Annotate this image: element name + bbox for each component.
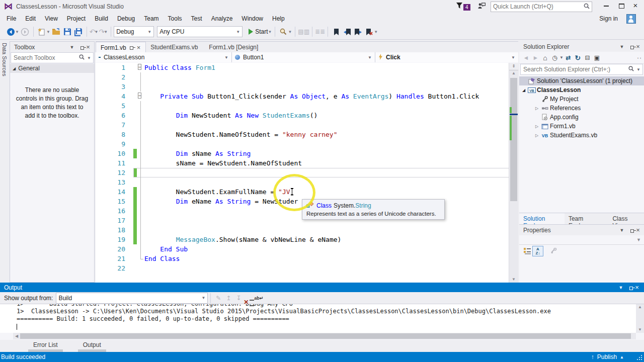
search-icon[interactable] (628, 65, 634, 73)
editor-vertical-scrollbar[interactable]: ⇕ ▲ ▼ (509, 63, 518, 283)
undo-dropdown-icon[interactable]: ▼ (95, 30, 99, 34)
search-icon[interactable] (78, 54, 85, 62)
scroll-up-icon[interactable]: ▲ (509, 71, 518, 75)
se-forward-icon[interactable]: ► (531, 54, 540, 61)
toolbar-overflow-icon[interactable]: ·· (637, 54, 642, 61)
collapse-all-icon[interactable]: ⊟ (583, 54, 592, 61)
scroll-up-icon[interactable]: ▲ (636, 305, 644, 309)
quick-launch-input[interactable] (491, 2, 582, 11)
collapsed-arrow-icon[interactable]: ▷ (533, 106, 540, 111)
member-dropdown[interactable]: Button1 ▼ (232, 52, 375, 62)
code-line-21[interactable]: 21End Class (96, 254, 509, 263)
solution-platforms-dropdown[interactable]: Any CPU▼ (157, 26, 243, 37)
code-line-11[interactable]: 11 sName = NewStudent.NameOfStudent (96, 158, 509, 168)
tree-item-solution-classeslesson-1-project-[interactable]: Solution 'ClassesLesson' (1 project) (519, 76, 644, 85)
search-options-icon[interactable]: ▼ (634, 67, 642, 72)
start-dropdown-icon[interactable]: ▼ (268, 30, 272, 34)
explorer-tab-class-view[interactable]: Class View (608, 213, 644, 224)
menu-build[interactable]: Build (90, 13, 113, 24)
categorized-icon[interactable] (522, 246, 532, 256)
menu-analyze[interactable]: Analyze (207, 13, 237, 24)
code-line-22[interactable]: 22 (96, 263, 509, 273)
menu-file[interactable]: File (2, 13, 21, 24)
code-line-5[interactable]: 5 (96, 101, 509, 111)
scrollbar-thumb[interactable] (20, 333, 631, 339)
pin-icon[interactable] (625, 285, 633, 290)
scroll-down-icon[interactable]: ▼ (636, 327, 644, 332)
tree-item-classeslesson[interactable]: ◢VBClassesLesson (519, 85, 644, 95)
menu-window[interactable]: Window (237, 13, 268, 24)
next-bookmark-icon[interactable] (353, 27, 363, 37)
toggle-bookmark-icon[interactable] (331, 27, 341, 37)
increase-indent-icon[interactable]: ≣ (320, 28, 325, 35)
fold-margin[interactable]: − (137, 92, 144, 101)
panel-tab-error-list[interactable]: Error List (28, 340, 63, 352)
output-vertical-scrollbar[interactable]: ▲ ▼ (636, 304, 644, 333)
collapsed-arrow-icon[interactable]: ▷ (533, 133, 540, 138)
fold-margin[interactable]: − (137, 63, 144, 72)
tree-item-studentexams-vb[interactable]: ▷VBStudentExams.vb (519, 131, 644, 140)
collapse-box-icon[interactable]: − (138, 93, 141, 99)
find-in-files-icon[interactable] (278, 27, 288, 37)
tree-item-form1-vb[interactable]: ▷Form1.vb (519, 122, 644, 131)
code-line-20[interactable]: 20 End Sub (96, 244, 509, 254)
code-line-6[interactable]: 6 Dim NewStudent As New StudentExams() (96, 111, 509, 120)
code-line-18[interactable]: 18 (96, 225, 509, 235)
code-line-8[interactable]: 8 NewStudent.NameOfStudent = "kenny carn… (96, 130, 509, 139)
resize-grip[interactable] (641, 359, 642, 360)
user-avatar-icon[interactable] (626, 14, 636, 24)
toolbox-group-general[interactable]: ◢ General (10, 64, 94, 73)
start-debugging-button[interactable]: Start (249, 28, 268, 35)
toolbar-overflow-icon[interactable]: ▼ (374, 30, 378, 34)
scroll-left-icon[interactable]: ◀ (13, 333, 20, 339)
uncomment-lines-icon[interactable]: ▥ (304, 28, 309, 35)
expanded-arrow-icon[interactable]: ◢ (520, 88, 527, 93)
navigate-forward-icon[interactable] (20, 27, 30, 37)
toggle-word-wrap-icon[interactable]: ab↵ (254, 296, 264, 301)
save-all-icon[interactable] (73, 27, 84, 37)
se-back-icon[interactable]: ◄ (521, 54, 531, 61)
tab-form1-vb-design-[interactable]: Form1.vb [Design] (204, 42, 265, 52)
solution-configurations-dropdown[interactable]: Debug▼ (114, 26, 154, 37)
window-position-icon[interactable]: ▼ (617, 285, 625, 290)
panel-tab-output[interactable]: Output (78, 340, 106, 352)
find-overflow-icon[interactable]: ▼ (288, 30, 292, 34)
menu-edit[interactable]: Edit (21, 13, 40, 24)
properties-object-dropdown[interactable]: ▼ (519, 235, 644, 245)
tree-item-app-config[interactable]: App.config (519, 113, 644, 122)
new-project-icon[interactable] (37, 27, 47, 37)
code-line-2[interactable]: 2 (96, 72, 509, 82)
data-sources-tab[interactable]: Data Sources (2, 43, 8, 76)
pin-icon[interactable] (76, 45, 84, 50)
code-line-10[interactable]: 10 Dim sName As String (96, 149, 509, 158)
search-icon[interactable] (583, 3, 590, 11)
redo-dropdown-icon[interactable]: ▼ (104, 30, 108, 34)
sign-in-link[interactable]: Sign in (599, 15, 618, 22)
solution-search-input[interactable] (521, 66, 628, 73)
menu-debug[interactable]: Debug (113, 13, 139, 24)
close-icon[interactable]: × (136, 44, 141, 51)
window-position-icon[interactable]: ▼ (68, 45, 76, 50)
code-line-4[interactable]: 4− Private Sub Button1_Click(sender As O… (96, 92, 509, 101)
search-options-icon[interactable]: ▼ (85, 56, 93, 60)
maximize-button[interactable] (614, 0, 629, 11)
next-message-icon[interactable]: ↧ (233, 295, 244, 302)
code-line-7[interactable]: 7 (96, 120, 509, 130)
save-icon[interactable] (62, 27, 72, 37)
show-all-files-icon[interactable]: ▣ (592, 54, 602, 61)
tree-item-my-project[interactable]: My Project (519, 95, 644, 104)
menu-tools[interactable]: Tools (164, 13, 187, 24)
pin-icon[interactable] (626, 44, 634, 49)
minimize-button[interactable] (599, 0, 614, 11)
code-line-9[interactable]: 9 (96, 139, 509, 149)
feedback-icon[interactable] (477, 2, 486, 11)
explorer-tab-solution-expl-[interactable]: Solution Expl... (519, 213, 565, 224)
explorer-tab-team-explorer[interactable]: Team Explorer (565, 213, 608, 224)
close-button[interactable]: × (628, 0, 643, 11)
window-position-icon[interactable]: ▼ (618, 228, 626, 233)
new-project-dropdown-icon[interactable]: ▼ (46, 30, 50, 34)
find-message-icon[interactable]: ✎ (213, 295, 223, 302)
back-dropdown-icon[interactable]: ▼ (15, 30, 19, 34)
sync-with-active-document-icon[interactable]: ⇄ (564, 54, 573, 61)
menu-test[interactable]: Test (187, 13, 207, 24)
